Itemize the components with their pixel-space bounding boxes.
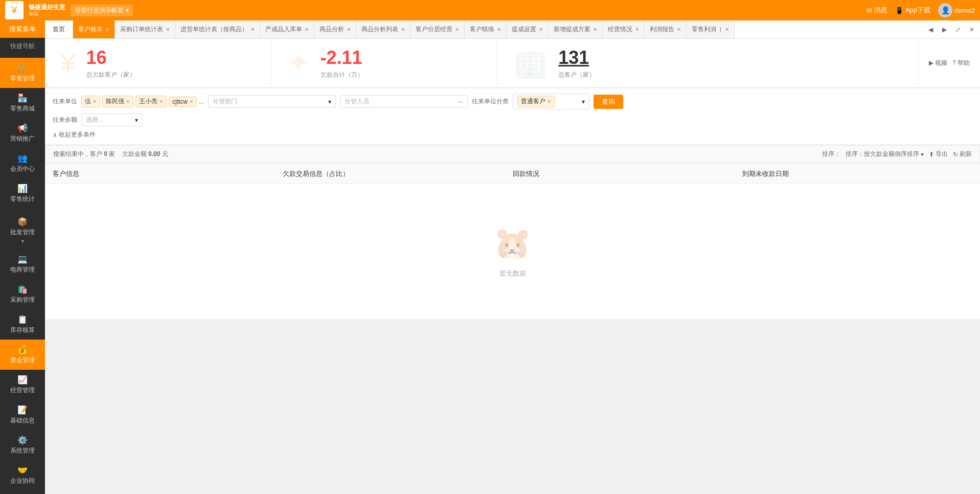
table-header: 客户信息 欠款交易信息（占比） 回款情况 到期未收款日期: [45, 164, 980, 184]
filter-tag-cjttcw[interactable]: cjttcw ✕: [169, 97, 197, 107]
tag-remove-icon[interactable]: ✕: [93, 99, 97, 104]
tab-purchase-stats[interactable]: 采购订单统计表 ✕: [115, 20, 175, 38]
dropdown-icon: ▾: [328, 98, 331, 105]
sidebar-item-marketing[interactable]: 📢 营销推广: [0, 118, 45, 148]
retail-stats-icon: 📊: [17, 184, 28, 193]
sidebar-item-label: 电商管理: [10, 265, 35, 274]
tab-close-icon[interactable]: ✕: [105, 27, 109, 32]
dropdown-icon: ▾: [582, 98, 585, 105]
sidebar-quick-nav[interactable]: 快捷导航: [0, 38, 45, 55]
category-filter[interactable]: 普通客户 ✕ ▾: [513, 94, 589, 109]
sidebar-item-retail-mall[interactable]: 🏪 零售商城: [0, 88, 45, 118]
tags-more[interactable]: ...: [199, 98, 204, 105]
export-btn[interactable]: ⬆ 导出: [929, 150, 948, 159]
company-tags: 伍 ✕ 陈民强 ✕ 王小亮 ✕: [81, 96, 204, 107]
filter-area: 往来单位 伍 ✕ 陈民强 ✕ 王小亮: [45, 88, 980, 144]
sidebar-item-label: 基础信息: [10, 416, 35, 425]
company-label: 往来单位: [53, 97, 77, 106]
tab-close-icon[interactable]: ✕: [305, 27, 309, 32]
sidebar-item-retail-mgmt[interactable]: 🛒 零售管理: [0, 58, 45, 88]
tag-remove-icon[interactable]: ✕: [126, 99, 130, 104]
sidebar-item-label: 零售管理: [10, 74, 35, 83]
tag-remove-icon[interactable]: ✕: [189, 99, 193, 104]
refresh-icon: ↻: [953, 151, 958, 158]
tab-close-icon[interactable]: ✕: [166, 27, 170, 32]
tab-bar: 首页 客户账本 ✕ 采购订单统计表 ✕ 进货单统计表（按商品） ✕ 产成品入库单…: [45, 20, 980, 39]
sidebar-item-basic-info[interactable]: 📝 基础信息: [0, 400, 45, 430]
sidebar-item-label: 零售统计: [10, 195, 35, 204]
stat-block-total-customers: 🏢 131 总客户（家）: [497, 39, 919, 87]
person-filter[interactable]: 分管人员 ···: [340, 95, 468, 108]
sidebar-item-finance[interactable]: 💰 资金管理: [0, 340, 45, 370]
tab-close-icon[interactable]: ✕: [635, 27, 639, 32]
tab-maximize-btn[interactable]: ⤢: [952, 24, 964, 35]
sidebar-item-procurement[interactable]: 🛍️ 采购管理: [0, 279, 45, 309]
refresh-btn[interactable]: ↻ 刷新: [953, 150, 972, 159]
tab-close-icon[interactable]: ✕: [250, 27, 255, 32]
sidebar-item-inventory[interactable]: 📋 库存核算: [0, 309, 45, 340]
video-help-btn[interactable]: ▶ 视频: [929, 59, 947, 68]
messages-btn[interactable]: ✉ 消息: [867, 6, 887, 15]
col-header-date: 到期未收款日期: [742, 169, 972, 178]
tab-promotion-settings[interactable]: 提成设置 ✕: [507, 20, 549, 38]
stat-icon-1: ¥: [60, 49, 76, 77]
tab-minimize-btn[interactable]: ✕: [966, 24, 977, 35]
help-btn[interactable]: ? 帮助: [952, 59, 970, 68]
tag-remove-icon[interactable]: ✕: [159, 99, 163, 104]
tab-close-icon[interactable]: ✕: [593, 27, 597, 32]
tab-product-analysis-list[interactable]: 商品分析列表 ✕: [356, 20, 411, 38]
basic-info-icon: 📝: [17, 405, 28, 415]
results-actions: 排序： 排序：按欠款金额倒序排序 ▾ ⬆ 导出 ↻ 刷新: [822, 150, 972, 159]
tab-home[interactable]: 首页: [45, 20, 73, 38]
filter-tag-wang[interactable]: 王小亮 ✕: [135, 96, 167, 107]
tab-close-icon[interactable]: ✕: [539, 27, 543, 32]
balance-filter[interactable]: 选择... ▾: [81, 114, 143, 126]
tab-close-icon[interactable]: ✕: [677, 27, 681, 32]
stats-bar: ¥ 16 总欠款客户（家） ✦ -2.11: [45, 39, 980, 87]
video-icon: ▶: [929, 59, 933, 66]
tab-next-btn[interactable]: ▶: [939, 24, 950, 35]
sidebar-item-guide[interactable]: 🎯 新手引导: [0, 490, 45, 494]
app-download-btn[interactable]: 📱 App下载: [895, 6, 930, 15]
sort-btn[interactable]: 排序：按欠款金额倒序排序 ▾: [846, 150, 924, 159]
tab-close-icon[interactable]: ✕: [455, 27, 459, 32]
tag-remove-icon[interactable]: ✕: [547, 99, 551, 104]
sidebar-item-operations[interactable]: 📈 经营管理: [0, 370, 45, 400]
tab-customer-book[interactable]: 客户账本 ✕: [73, 20, 115, 38]
tab-customer-contact[interactable]: 客户联络 ✕: [465, 20, 507, 38]
marketing-icon: 📢: [17, 123, 28, 133]
filter-tag-wu[interactable]: 伍 ✕: [81, 96, 100, 107]
tab-customer-segment[interactable]: 客户分层经营 ✕: [411, 20, 465, 38]
results-summary: 搜索结果中，客户 0 家 欠款金额 0.00 元: [53, 150, 168, 159]
system-selector[interactable]: 母婴行业演示帐套 ▾: [71, 5, 133, 16]
content-area: 首页 客户账本 ✕ 采购订单统计表 ✕ 进货单统计表（按商品） ✕ 产成品入库单…: [45, 20, 980, 494]
tab-new-promotion[interactable]: 新增提成方案 ✕: [549, 20, 603, 38]
query-button[interactable]: 查询: [594, 95, 623, 109]
dropdown-icon: ▾: [135, 117, 138, 124]
stat-icon-2: ✦: [287, 49, 310, 77]
tab-product-analysis[interactable]: 商品分析 ✕: [314, 20, 356, 38]
sidebar-item-system[interactable]: ⚙️ 系统管理: [0, 430, 45, 460]
filter-tag-chen[interactable]: 陈民强 ✕: [102, 96, 133, 107]
sort-icon: ▾: [921, 151, 924, 158]
sidebar-search[interactable]: 搜索菜单: [0, 20, 45, 38]
sidebar-item-retail-stats[interactable]: 📊 零售统计: [0, 178, 45, 209]
tab-close-icon[interactable]: ✕: [401, 27, 405, 32]
tab-production[interactable]: 产成品入库单 ✕: [260, 20, 314, 38]
tab-close-icon[interactable]: ✕: [497, 27, 501, 32]
dept-filter[interactable]: 分管部门 ▾: [208, 95, 336, 108]
tab-profit-report[interactable]: 利润报告 ✕: [645, 20, 687, 38]
tab-close-icon[interactable]: ✕: [347, 27, 351, 32]
sidebar-item-enterprise[interactable]: 🤝 企业协同: [0, 460, 45, 490]
user-profile-btn[interactable]: 👤 demo2: [938, 3, 975, 17]
stat-value-customers: 16: [86, 47, 135, 69]
tab-retail-profit[interactable]: 零售利润（ ✕: [687, 20, 735, 38]
tab-stock-stats[interactable]: 进货单统计表（按商品） ✕: [175, 20, 260, 38]
tab-operations-status[interactable]: 经营情况 ✕: [603, 20, 645, 38]
sidebar-item-ecommerce[interactable]: 💻 电商管理: [0, 249, 45, 279]
sidebar-item-wholesale[interactable]: 📦 批发管理 ▾: [0, 212, 45, 249]
collapse-btn[interactable]: ∧ 收起更多条件: [53, 130, 972, 139]
tab-close-icon[interactable]: ✕: [725, 27, 729, 32]
sidebar-item-members[interactable]: 👥 会员中心: [0, 148, 45, 178]
tab-prev-btn[interactable]: ◀: [925, 24, 936, 35]
